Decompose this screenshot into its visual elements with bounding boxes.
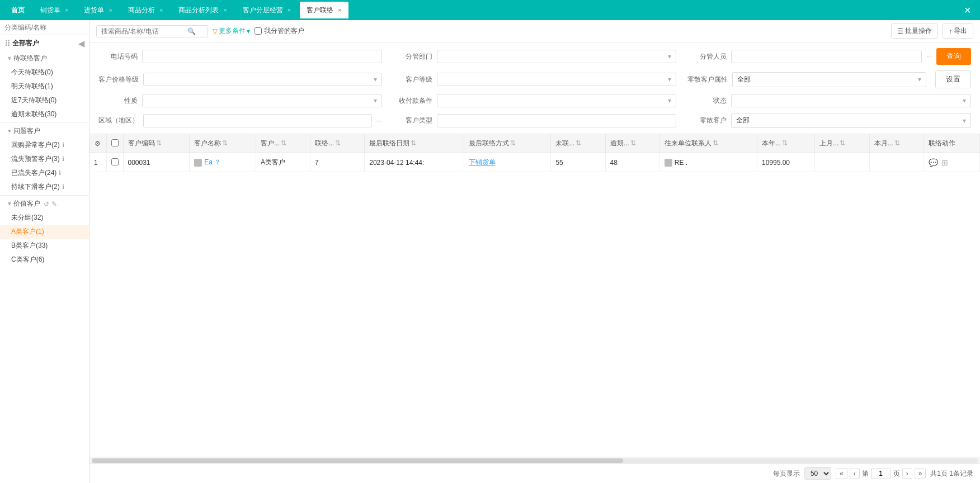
app-close-button[interactable]: ✕ [959, 3, 976, 18]
customer-level-select[interactable]: ▾ [437, 73, 677, 86]
sort-company-contact-icon[interactable]: ⇅ [713, 139, 718, 147]
sidebar-item-c-class[interactable]: C类客户(6) [0, 253, 89, 267]
dept-select[interactable]: ▾ [437, 50, 677, 63]
filter-search-box[interactable]: 🔍 [96, 25, 208, 37]
retail-select[interactable]: 全部 ▾ [731, 113, 971, 128]
sort-this-month-icon[interactable]: ⇅ [894, 139, 900, 147]
sidebar-item-today[interactable]: 今天待联络(0) [0, 65, 89, 79]
sidebar-item-7days[interactable]: 近7天待联络(0) [0, 93, 89, 107]
setting-button[interactable]: 设置 [935, 70, 971, 88]
tab-product-analysis-close[interactable]: × [159, 7, 163, 13]
tab-customer-contact-close[interactable]: × [338, 7, 341, 13]
sidebar-item-tomorrow[interactable]: 明天待联络(1) [0, 79, 89, 93]
tab-home[interactable]: 首页 [4, 2, 31, 18]
payment-select[interactable]: ▾ [437, 94, 677, 107]
sidebar-item-ungrouped[interactable]: 未分组(32) [0, 211, 89, 225]
sort-overdue-icon[interactable]: ⇅ [630, 139, 636, 147]
sort-this-year-icon[interactable]: ⇅ [782, 139, 788, 147]
tab-customer-contact[interactable]: 客户联络 × [300, 2, 348, 18]
filter-more-btn[interactable]: ▽ 更多条件 ▾ [213, 26, 250, 36]
scrollbar-thumb[interactable] [92, 458, 623, 463]
col-checkbox-all[interactable] [106, 134, 123, 153]
my-customers-checkbox[interactable] [255, 27, 262, 35]
sidebar-item-repurchase-abnormal[interactable]: 回购异常客户(2) ℹ [0, 138, 89, 152]
value-edit-icon[interactable]: ✎ [51, 200, 57, 208]
sidebar-search-input[interactable] [4, 23, 88, 31]
sort-level-icon[interactable]: ⇅ [281, 139, 286, 147]
sidebar-item-churn-warning-label: 流失预警客户(3) [11, 154, 60, 164]
batch-icon: ☰ [897, 27, 903, 35]
region-input[interactable] [143, 114, 372, 127]
tab-customer-tier-close[interactable]: × [288, 7, 291, 13]
query-button[interactable]: 查询 [936, 48, 971, 65]
tab-sales-close[interactable]: × [65, 7, 68, 13]
filter-my-customers[interactable]: 我分管的客户 [255, 26, 304, 36]
sidebar-item-a-class[interactable]: A类客户(1) [0, 225, 89, 239]
price-level-select[interactable]: ▾ [143, 73, 382, 86]
sort-contact-count-icon[interactable]: ⇅ [335, 139, 341, 147]
sidebar-search-bar[interactable]: 🔍 [0, 20, 89, 35]
export-button[interactable]: ↑ 导出 [943, 23, 973, 39]
status-select[interactable]: ▾ [731, 94, 971, 107]
nature-select[interactable]: ▾ [142, 94, 382, 107]
scrollbar-track[interactable] [92, 458, 978, 463]
page-size-select[interactable]: 50 [804, 467, 831, 480]
person-more-icon[interactable]: ··· [926, 53, 932, 60]
row-checkbox[interactable] [111, 158, 119, 165]
tab-purchase-close[interactable]: × [109, 7, 112, 13]
page-input[interactable] [871, 468, 891, 479]
tab-product-analysis[interactable]: 商品分析 × [121, 2, 169, 18]
sidebar-item-declining[interactable]: 持续下滑客户(2) ℹ [0, 180, 89, 194]
first-page-button[interactable]: « [836, 468, 847, 479]
phone-input[interactable] [142, 50, 382, 63]
col-no-contact: 未联...⇅ [551, 134, 605, 153]
sidebar-item-b-class[interactable]: B类客户(33) [0, 239, 89, 253]
customer-name-text[interactable]: Ea ？ [204, 158, 221, 167]
retail-attr-value: 全部 [737, 75, 751, 84]
prev-page-button[interactable]: ‹ [850, 468, 860, 479]
filter-search-input[interactable] [101, 27, 185, 35]
sidebar-item-churned[interactable]: 已流失客户(24) ℹ [0, 166, 89, 180]
row-contact-count: 7 [310, 153, 365, 172]
qr-icon[interactable]: ⊞ [941, 158, 948, 167]
batch-operation-button[interactable]: ☰ 批量操作 [891, 23, 938, 39]
person-input[interactable] [731, 50, 922, 63]
sidebar-item-churn-warning[interactable]: 流失预警客户(3) ℹ [0, 152, 89, 166]
tab-purchase[interactable]: 进货单 × [77, 2, 119, 18]
customer-type-input[interactable] [437, 114, 677, 127]
sort-no-contact-icon[interactable]: ⇅ [576, 139, 581, 147]
retail-attr-select[interactable]: 全部 ▾ [732, 72, 926, 87]
col-settings[interactable]: ⚙ [89, 134, 106, 153]
tab-sales[interactable]: 销货单 × [34, 2, 75, 18]
sidebar-group-problem[interactable]: ▼ 问题客户 [0, 124, 89, 138]
filter-search-icon[interactable]: 🔍 [187, 27, 196, 35]
region-more-icon[interactable]: ··· [376, 117, 382, 125]
row-checkbox-cell[interactable] [106, 153, 123, 172]
content-area: 🔍 ▽ 更多条件 ▾ 我分管的客户 ☰ 批量操作 ↑ 导出 [89, 20, 980, 483]
select-all-checkbox[interactable] [111, 139, 119, 146]
tab-product-list[interactable]: 商品分析列表 × [172, 2, 233, 18]
sidebar-group-pending[interactable]: ▼ 待联络客户 [0, 51, 89, 65]
last-page-button[interactable]: » [915, 468, 926, 479]
sort-code-icon[interactable]: ⇅ [156, 139, 162, 147]
last-method-link[interactable]: 下销货单 [469, 158, 496, 166]
sort-last-date-icon[interactable]: ⇅ [411, 139, 416, 147]
sidebar-all-customers[interactable]: ⠿ 全部客户 ◀ [0, 35, 89, 51]
sidebar-collapse-icon[interactable]: ◀ [78, 39, 84, 48]
next-page-button[interactable]: › [902, 468, 912, 479]
sort-last-month-icon[interactable]: ⇅ [840, 139, 845, 147]
row-last-method[interactable]: 下销货单 [464, 153, 551, 172]
col-overdue-label: 逾期... [610, 139, 629, 147]
sort-last-method-icon[interactable]: ⇅ [510, 139, 516, 147]
tab-customer-tier[interactable]: 客户分层经营 × [236, 2, 298, 18]
row-company-contact: RE . [659, 153, 757, 172]
horizontal-scrollbar[interactable] [89, 457, 980, 463]
comment-icon[interactable]: 💬 [929, 158, 938, 167]
sort-name-icon[interactable]: ⇅ [222, 139, 228, 147]
value-refresh-icon[interactable]: ↺ [44, 200, 49, 208]
sidebar-group-value[interactable]: ▼ 价值客户 ↺ ✎ [0, 197, 89, 211]
sidebar-item-overdue[interactable]: 逾期未联络(30) [0, 107, 89, 121]
row-action[interactable]: 💬 ⊞ [924, 153, 979, 172]
tab-product-list-close[interactable]: × [223, 7, 227, 13]
group-pending-label: 待联络客户 [13, 54, 47, 63]
